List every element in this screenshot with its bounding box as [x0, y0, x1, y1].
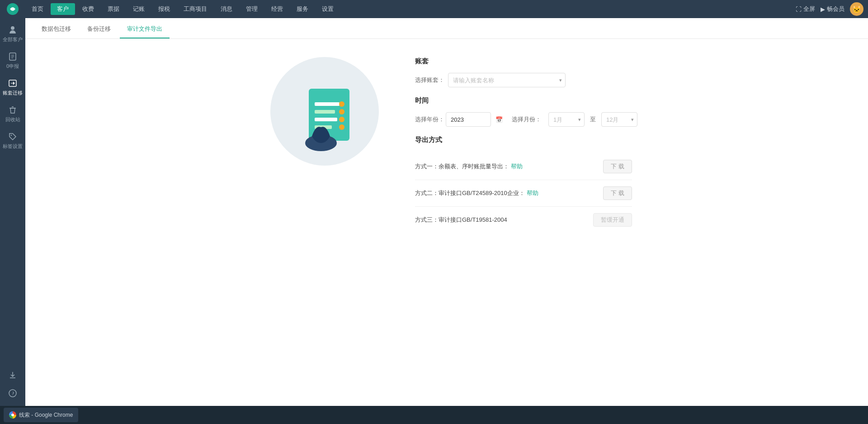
end-month-wrapper: 1月2月3月4月 5月6月7月8月 9月10月11月12月 ▾ — [601, 112, 637, 127]
sidebar-label-recycle: 回收站 — [5, 116, 20, 123]
nav-item-客户[interactable]: 客户 — [51, 3, 75, 15]
app-logo — [5, 1, 21, 17]
nav-item-消息[interactable]: 消息 — [214, 3, 239, 15]
year-select-label: 选择年份： — [415, 115, 442, 124]
account-select-label: 选择账套： — [415, 76, 444, 84]
svg-point-12 — [339, 117, 344, 122]
nav-item-工商项目[interactable]: 工商项目 — [177, 3, 213, 15]
sidebar-item-download[interactable] — [1, 367, 24, 383]
time-row: 📅 选择月份： 1月2月3月4月 5月6月7月8月 9月10月11月12月 ▾ … — [446, 112, 637, 127]
month-select-label: 选择月份： — [512, 115, 541, 124]
start-month-wrapper: 1月2月3月4月 5月6月7月8月 9月10月11月12月 ▾ — [548, 112, 585, 127]
taskbar-chrome-item[interactable]: 线索 - Google Chrome — [4, 408, 78, 422]
account-select[interactable]: 请输入账套名称 — [448, 73, 566, 87]
nav-item-报税[interactable]: 报税 — [152, 3, 176, 15]
sidebar-item-help[interactable] — [1, 385, 24, 401]
time-form-row: 选择年份： 📅 选择月份： 1月2月3月4月 5月6月7月8月 9月10月11月… — [415, 112, 632, 127]
export-method-2-label: 方式二：审计接口GB/T24589-2010企业：帮助 — [415, 189, 538, 197]
vip-icon: ▶ — [821, 6, 825, 13]
export-method-2-button[interactable]: 下 载 — [603, 186, 632, 200]
content-area: 数据包迁移 备份迁移 审计文件导出 — [25, 18, 868, 406]
nav-item-记账[interactable]: 记账 — [127, 3, 151, 15]
svg-point-4 — [9, 390, 16, 397]
sidebar-item-tags[interactable]: 标签设置 — [1, 129, 24, 153]
nav-right: ⛶ 全屏 ▶ 畅会员 🐱 — [796, 2, 863, 16]
sidebar-label-transfer: 账套迁移 — [3, 90, 23, 96]
svg-rect-7 — [315, 110, 335, 114]
avatar[interactable]: 🐱 — [850, 2, 863, 16]
export-section-title: 导出方式 — [415, 136, 632, 144]
export-method-3-label: 方式三：审计接口GB/T19581-2004 — [415, 216, 507, 224]
export-section: 方式一：余额表、序时账批量导出：帮助 下 载 方式二：审计接口GB/T24589… — [415, 153, 632, 233]
main-layout: 全部客户 0申报 账套迁移 回收站 — [0, 18, 868, 406]
export-method-1-button[interactable]: 下 载 — [603, 160, 632, 173]
export-method-3-button[interactable]: 暂缓开通 — [593, 213, 632, 227]
nav-item-首页[interactable]: 首页 — [25, 3, 50, 15]
tabs-bar: 数据包迁移 备份迁移 审计文件导出 — [25, 18, 868, 39]
time-section-title: 时间 — [415, 96, 632, 105]
sidebar-label-all-customers: 全部客户 — [3, 36, 23, 43]
page-content: 账套 选择账套： 请输入账套名称 ▾ 时间 选择年份： — [25, 39, 868, 406]
nav-item-收费[interactable]: 收费 — [76, 3, 100, 15]
svg-point-10 — [339, 101, 344, 107]
nav-item-管理[interactable]: 管理 — [240, 3, 264, 15]
year-input[interactable] — [446, 112, 491, 127]
tab-data-migration[interactable]: 数据包迁移 — [34, 20, 78, 38]
vip-button[interactable]: ▶ 畅会员 — [821, 5, 844, 13]
tab-backup-migration[interactable]: 备份迁移 — [80, 20, 118, 38]
nav-item-票据[interactable]: 票据 — [101, 3, 126, 15]
export-method-2-help[interactable]: 帮助 — [527, 190, 538, 196]
form-area: 账套 选择账套： 请输入账套名称 ▾ 时间 选择年份： — [415, 57, 632, 233]
start-month-select[interactable]: 1月2月3月4月 5月6月7月8月 9月10月11月12月 — [548, 112, 585, 127]
export-method-1-help[interactable]: 帮助 — [511, 163, 523, 170]
illustration-area — [261, 57, 388, 166]
illustration-circle — [270, 57, 379, 166]
svg-rect-6 — [315, 102, 340, 106]
sidebar-item-transfer[interactable]: 账套迁移 — [1, 75, 24, 100]
sidebar-item-recycle[interactable]: 回收站 — [1, 102, 24, 127]
sidebar: 全部客户 0申报 账套迁移 回收站 — [0, 18, 25, 406]
sidebar-item-declaration[interactable]: 0申报 — [1, 48, 24, 73]
end-month-select[interactable]: 1月2月3月4月 5月6月7月8月 9月10月11月12月 — [601, 112, 637, 127]
svg-point-13 — [339, 124, 344, 130]
export-method-3-row: 方式三：审计接口GB/T19581-2004 暂缓开通 — [415, 207, 632, 233]
nav-item-设置[interactable]: 设置 — [316, 3, 340, 15]
taskbar-chrome-label: 线索 - Google Chrome — [19, 411, 73, 419]
chrome-icon — [9, 411, 16, 419]
taskbar: 线索 - Google Chrome — [0, 406, 868, 424]
svg-point-11 — [339, 109, 344, 114]
export-method-1-row: 方式一：余额表、序时账批量导出：帮助 下 载 — [415, 153, 632, 180]
account-select-wrapper: 请输入账套名称 ▾ — [448, 73, 566, 87]
sidebar-bottom — [1, 367, 24, 406]
to-text: 至 — [588, 115, 598, 124]
sidebar-item-all-customers[interactable]: 全部客户 — [1, 22, 24, 47]
export-method-2-row: 方式二：审计接口GB/T24589-2010企业：帮助 下 载 — [415, 180, 632, 207]
nav-items: 首页客户收费票据记账报税工商项目消息管理经营服务设置 — [25, 3, 796, 15]
svg-rect-8 — [315, 118, 337, 121]
export-method-1-label: 方式一：余额表、序时账批量导出：帮助 — [415, 162, 523, 171]
nav-item-经营[interactable]: 经营 — [265, 3, 289, 15]
fullscreen-icon: ⛶ — [796, 6, 802, 13]
nav-item-服务[interactable]: 服务 — [290, 3, 315, 15]
sidebar-label-declaration: 0申报 — [6, 63, 19, 70]
svg-point-3 — [11, 135, 12, 136]
calendar-icon: 📅 — [495, 116, 503, 123]
fullscreen-button[interactable]: ⛶ 全屏 — [796, 5, 815, 13]
account-form-row: 选择账套： 请输入账套名称 ▾ — [415, 73, 632, 87]
fullscreen-label: 全屏 — [803, 5, 815, 13]
sidebar-label-tags: 标签设置 — [3, 143, 23, 150]
vip-label: 畅会员 — [827, 5, 844, 13]
top-nav: 首页客户收费票据记账报税工商项目消息管理经营服务设置 ⛶ 全屏 ▶ 畅会员 🐱 — [0, 0, 868, 18]
account-section-title: 账套 — [415, 57, 632, 66]
tab-audit-export[interactable]: 审计文件导出 — [120, 20, 170, 38]
